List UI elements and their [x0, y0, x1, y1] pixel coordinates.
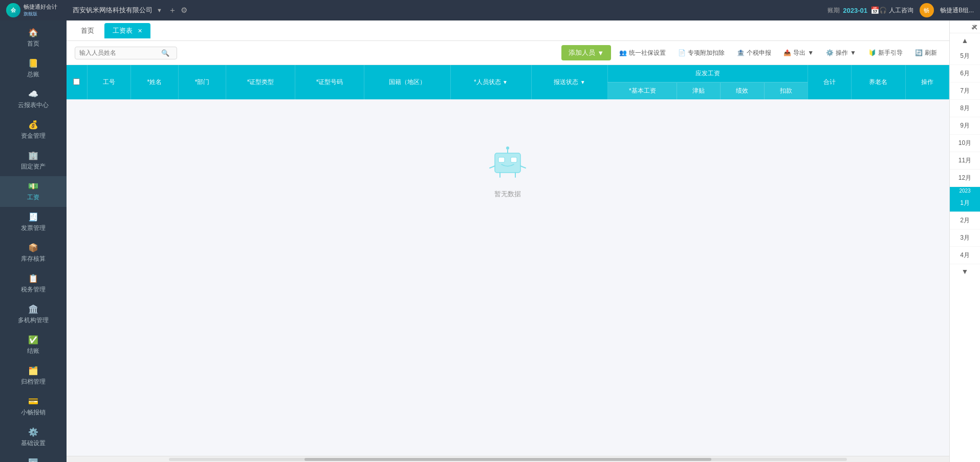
sidebar-item-ledger[interactable]: 📒 总账: [0, 53, 67, 84]
cal-month-11-label: 11月: [959, 156, 971, 165]
ledger-icon: 📒: [28, 58, 38, 68]
sidebar-label-fund: 资金管理: [21, 132, 46, 140]
report-filter-icon[interactable]: ▼: [580, 79, 585, 85]
cal-month-11[interactable]: 11月: [950, 152, 980, 170]
salary-table: 工号 *姓名 *部门 *证型类型 *证型号码 国籍（地区） *人员状态 ▼ 报送…: [67, 65, 949, 240]
tab-home-label: 首页: [81, 27, 94, 34]
inventory-icon: 📦: [28, 243, 38, 253]
sidebar-label-invoice: 发票管理: [21, 224, 46, 233]
sidebar-item-guide[interactable]: 🆕 新手引导: [0, 453, 67, 462]
th-report-label: 报送状态: [554, 78, 578, 86]
svg-point-4: [506, 146, 509, 150]
salary-icon: 💵: [28, 181, 38, 191]
th-pension: 养老名: [851, 65, 905, 99]
calendar-panel: ✕ ⤢ ▲ 5月 6月 7月 8月 9月 10月 11月 12月: [949, 20, 980, 462]
svg-rect-1: [498, 157, 505, 162]
empty-icon: [487, 140, 528, 181]
horizontal-scrollbar[interactable]: [67, 456, 949, 462]
cal-month-1[interactable]: 1月: [950, 195, 980, 212]
th-name: *姓名: [130, 65, 178, 99]
sidebar-label-tax: 税务管理: [21, 285, 46, 294]
username[interactable]: 畅捷通B组...: [940, 6, 974, 15]
sidebar-item-expense[interactable]: 💳 小畅报销: [0, 391, 67, 422]
tab-home[interactable]: 首页: [73, 23, 102, 38]
sidebar-item-invoice[interactable]: 🧾 发票管理: [0, 207, 67, 238]
calendar-down-button[interactable]: ▼: [961, 266, 970, 277]
add-company-icon[interactable]: ＋: [168, 5, 177, 16]
sidebar-item-fixed-asset[interactable]: 🏢 固定资产: [0, 145, 67, 176]
calendar-icon[interactable]: 📅: [870, 6, 879, 14]
settings-icon[interactable]: ⚙: [181, 6, 187, 15]
cal-month-5[interactable]: 5月: [950, 48, 980, 65]
logo-icon: 会: [6, 3, 20, 17]
org-icon: 🏛️: [28, 304, 38, 314]
company-selector[interactable]: 西安钒米网络科技有限公司 ▼ ＋ ⚙: [73, 5, 817, 16]
sidebar-item-home[interactable]: 🏠 首页: [0, 23, 67, 53]
help-btn[interactable]: 🎧 人工咨询: [879, 6, 913, 15]
sidebar-item-settle[interactable]: ✅ 结账: [0, 330, 67, 361]
cal-month-10-label: 10月: [959, 139, 971, 148]
sidebar-item-inventory[interactable]: 📦 库存核算: [0, 238, 67, 268]
cal-month-4[interactable]: 4月: [950, 247, 980, 264]
app-name: 畅捷通好会计: [24, 3, 57, 10]
scroll-thumb[interactable]: [304, 458, 711, 461]
tax-report-label: 个税申报: [747, 49, 771, 57]
search-input[interactable]: [79, 49, 161, 56]
fund-icon: 💰: [28, 120, 38, 130]
export-arrow-icon: ▼: [808, 49, 814, 56]
logo-text-block: 畅捷通好会计 旗舰版: [24, 3, 57, 17]
cal-month-7-label: 7月: [960, 87, 970, 95]
cal-month-7[interactable]: 7月: [950, 82, 980, 100]
period-selector[interactable]: 账期 2023-01 📅: [827, 6, 879, 15]
cal-month-8[interactable]: 8月: [950, 100, 980, 117]
sidebar-item-multi-org[interactable]: 🏛️ 多机构管理: [0, 299, 67, 330]
guide-nav-icon: 🔰: [868, 49, 876, 56]
sidebar-item-cloud-report[interactable]: ☁️ 云报表中心: [0, 84, 67, 115]
cal-month-3-label: 3月: [960, 234, 970, 242]
sidebar-item-fund[interactable]: 💰 资金管理: [0, 115, 67, 145]
sidebar-label-asset: 固定资产: [21, 162, 46, 171]
special-deduction-label: 专项附加扣除: [688, 49, 725, 57]
cal-month-6-label: 6月: [960, 69, 970, 78]
sidebar-item-settings[interactable]: ⚙️ 基础设置: [0, 422, 67, 453]
cal-month-2[interactable]: 2月: [950, 212, 980, 229]
social-insurance-button[interactable]: 👥 统一社保设置: [615, 47, 670, 59]
tab-salary[interactable]: 工资表 ✕: [104, 23, 150, 38]
add-person-button[interactable]: 添加人员 ▼: [561, 45, 611, 60]
calendar-year: 2023: [959, 188, 970, 194]
export-button[interactable]: 📤 导出 ▼: [779, 47, 818, 59]
cal-month-10[interactable]: 10月: [950, 135, 980, 152]
calendar-year-tag: 2023: [950, 187, 980, 195]
operation-button[interactable]: ⚙️ 操作 ▼: [822, 47, 860, 59]
refresh-label: 刷新: [925, 49, 937, 57]
user-avatar[interactable]: 畅: [920, 3, 934, 17]
guide-button[interactable]: 🔰 新手引导: [864, 47, 907, 59]
settle-icon: ✅: [28, 335, 38, 345]
top-header: 会 畅捷通好会计 旗舰版 西安钒米网络科技有限公司 ▼ ＋ ⚙ 账期 2023-…: [0, 0, 980, 20]
help-label: 人工咨询: [889, 6, 913, 15]
calendar-close-button[interactable]: ✕: [971, 23, 978, 32]
guide-label: 新手引导: [878, 49, 903, 57]
op-arrow-icon: ▼: [850, 49, 856, 56]
sidebar-item-archive[interactable]: 🗂️ 归档管理: [0, 361, 67, 391]
sidebar-item-salary[interactable]: 💵 工资: [0, 176, 67, 207]
cal-month-3[interactable]: 3月: [950, 229, 980, 247]
period-label: 账期: [827, 6, 840, 15]
filter-icon[interactable]: ▼: [503, 79, 508, 85]
cal-month-9[interactable]: 9月: [950, 117, 980, 135]
sidebar-item-tax[interactable]: 📋 税务管理: [0, 268, 67, 299]
calendar-nav-down: ▼: [950, 264, 980, 279]
special-deduction-button[interactable]: 📄 专项附加扣除: [674, 47, 729, 59]
refresh-button[interactable]: 🔄 刷新: [911, 47, 941, 59]
search-box[interactable]: 🔍: [75, 47, 177, 59]
cal-month-12[interactable]: 12月: [950, 170, 980, 187]
chevron-down-icon[interactable]: ▼: [157, 7, 162, 13]
table-wrapper: 工号 *姓名 *部门 *证型类型 *证型号码 国籍（地区） *人员状态 ▼ 报送…: [67, 65, 949, 456]
tax-report-button[interactable]: 🏦 个税申报: [733, 47, 775, 59]
cal-month-8-label: 8月: [960, 104, 970, 113]
calendar-up-button[interactable]: ▲: [961, 35, 970, 46]
cal-month-6[interactable]: 6月: [950, 65, 980, 82]
th-id-type: *证型类型: [226, 65, 295, 99]
select-all-checkbox[interactable]: [73, 78, 80, 85]
tab-close-icon[interactable]: ✕: [138, 28, 142, 34]
